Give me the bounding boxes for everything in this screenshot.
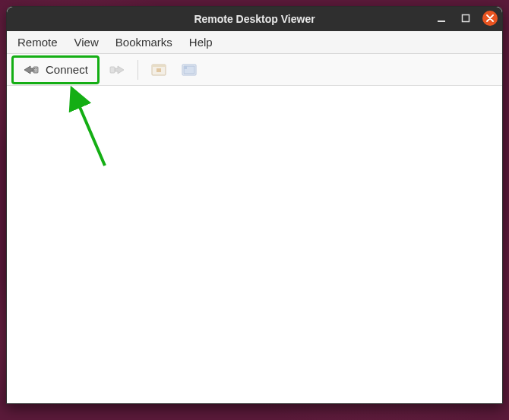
minimize-icon xyxy=(437,14,446,23)
menu-remote[interactable]: Remote xyxy=(10,33,65,52)
connect-icon xyxy=(23,63,40,77)
connect-button[interactable]: Connect xyxy=(17,57,94,83)
toolbar-separator xyxy=(138,60,138,80)
svg-rect-3 xyxy=(34,68,35,69)
maximize-button[interactable] xyxy=(458,11,473,26)
disconnect-icon xyxy=(109,63,125,77)
svg-rect-5 xyxy=(34,71,35,71)
app-window: Remote Desktop Viewer Remote View Bookma… xyxy=(6,6,503,404)
svg-rect-10 xyxy=(156,68,161,72)
disconnect-button xyxy=(104,57,130,83)
svg-rect-7 xyxy=(110,67,115,73)
maximize-icon xyxy=(461,14,470,23)
svg-rect-0 xyxy=(438,21,445,22)
menu-bookmarks[interactable]: Bookmarks xyxy=(108,33,180,52)
connect-highlight: Connect xyxy=(11,55,100,84)
connect-label: Connect xyxy=(46,63,88,76)
svg-rect-4 xyxy=(36,68,36,69)
fullscreen-icon xyxy=(151,64,166,76)
svg-rect-2 xyxy=(33,67,38,73)
svg-rect-6 xyxy=(36,71,36,71)
menubar: Remote View Bookmarks Help xyxy=(7,31,502,54)
close-button[interactable] xyxy=(482,11,498,26)
svg-rect-1 xyxy=(463,15,469,22)
minimize-button[interactable] xyxy=(434,11,449,26)
window-controls xyxy=(434,11,498,26)
fullscreen-button xyxy=(146,57,172,83)
close-icon xyxy=(486,14,494,22)
window-title: Remote Desktop Viewer xyxy=(194,13,315,25)
menu-view[interactable]: View xyxy=(67,33,106,52)
svg-rect-9 xyxy=(152,65,166,67)
screenshot-button xyxy=(176,57,202,83)
content-area xyxy=(7,86,502,403)
titlebar: Remote Desktop Viewer xyxy=(7,7,502,31)
toolbar: Connect xyxy=(7,54,502,86)
screenshot-icon xyxy=(182,64,197,76)
menu-help[interactable]: Help xyxy=(182,33,220,52)
